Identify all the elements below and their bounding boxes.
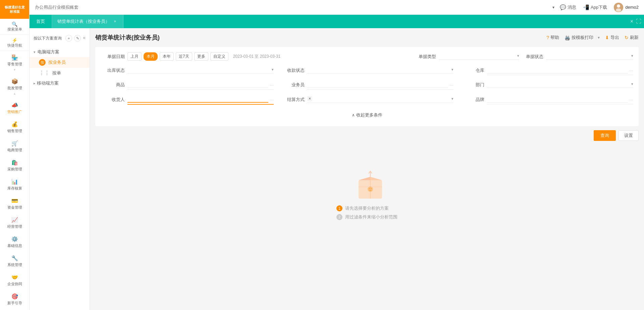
purchase-icon: 🛍️: [11, 159, 18, 166]
print-label: 按模板打印: [572, 35, 593, 41]
sidebar-item-wholesale[interactable]: 📦 批发管理 ▴: [0, 75, 29, 99]
left-panel: 按以下方案查询 + ✎ « ▾ 电脑端方案 按 按业务员 ⋮⋮ 按: [30, 28, 90, 310]
message-label: 消息: [568, 4, 576, 10]
filter-row-4: 收货人 ... 结算方式 × ▾: [101, 94, 633, 105]
tabbar: 首页 销货单统计表（按业务员） × × ⛶: [30, 15, 644, 28]
basic-icon: ⚙️: [11, 236, 18, 242]
svg-point-2: [616, 8, 621, 12]
payment-input-area: × ▾: [307, 96, 453, 103]
brand-filter: 品牌 ...: [453, 95, 633, 104]
window-close-btn[interactable]: ×: [630, 18, 633, 24]
date-custom-btn[interactable]: 自定义: [210, 52, 228, 61]
dept-select[interactable]: ▾: [487, 82, 633, 88]
doc-status-select[interactable]: ▾: [546, 54, 633, 60]
goods-dots[interactable]: ...: [270, 81, 274, 87]
tree-desktop[interactable]: ▾ 电脑端方案: [30, 47, 90, 57]
sidebar-item-finance[interactable]: 💳 资金管理: [0, 194, 29, 213]
collapse-icon: ∧: [352, 113, 355, 117]
brand-dots[interactable]: ...: [629, 96, 633, 101]
newbie-icon: 🎯: [11, 293, 18, 300]
doc-status-arrow: ▾: [631, 54, 633, 58]
tree-arrow-down: ▾: [34, 50, 36, 54]
goods-input[interactable]: [127, 80, 268, 88]
sidebar-item-retail[interactable]: 🏪 零售管理 ▾: [0, 51, 29, 75]
tab-home[interactable]: 首页: [30, 15, 52, 28]
dept-label: 部门: [460, 82, 487, 88]
payment-tag-x[interactable]: ×: [309, 96, 311, 101]
out-status-filter: 出库状态 ▾: [101, 67, 274, 73]
step1-num: 1: [336, 205, 342, 211]
sidebar-search-menu[interactable]: 🔍 搜索菜单: [0, 19, 29, 35]
sidebar-item-purchase[interactable]: 🛍️ 采购管理: [0, 156, 29, 175]
print-dropdown-arrow[interactable]: ▾: [596, 35, 600, 40]
topbar-title: 办公用品行业模拟账套: [35, 4, 547, 10]
warehouse-label: 仓库: [460, 67, 487, 73]
date-more-btn[interactable]: 更多: [194, 52, 208, 61]
sidebar-item-basic[interactable]: ⚙️ 基础信息: [0, 232, 29, 252]
date-last-month-btn[interactable]: 上月: [127, 52, 142, 61]
sidebar-item-inventory[interactable]: 📊 库存核算: [0, 175, 29, 194]
sidebar-item-sales[interactable]: 💰 销售管理: [0, 118, 29, 137]
receipt-status-select[interactable]: ▾: [307, 67, 453, 73]
warehouse-dots[interactable]: ...: [629, 67, 633, 72]
date-control: 上月 本月 本年 近7天 更多 自定义 2023-03-01 至 2023-03…: [127, 52, 412, 61]
date-this-year-btn[interactable]: 本年: [160, 52, 174, 61]
topbar-dropdown[interactable]: ▾: [552, 5, 554, 10]
sidebar-item-ecommerce[interactable]: 🛒 电商管理: [0, 137, 29, 156]
empty-illustration: [350, 165, 384, 199]
main-area: 办公用品行业模拟账套 ▾ 💬 消息 📲 App下载 demo2 首页 销: [30, 0, 644, 310]
salesperson-dots[interactable]: ...: [449, 81, 453, 87]
sidebar-nav: 🏪 零售管理 ▾ 📦 批发管理 ▴ 📣 营销推广 💰 销售管理 🛒 电商管理 🛍…: [0, 51, 29, 310]
consignee-input[interactable]: [127, 94, 268, 103]
message-action[interactable]: 💬 消息: [560, 4, 576, 10]
doc-type-select[interactable]: ▾: [439, 54, 519, 60]
user-profile[interactable]: demo2: [614, 3, 639, 12]
app-download-action[interactable]: 📲 App下载: [583, 4, 607, 10]
brand-input[interactable]: [487, 95, 628, 103]
settings-btn[interactable]: 设置: [619, 130, 639, 141]
svg-marker-4: [359, 177, 370, 180]
tree-mobile[interactable]: ▸ 移动端方案: [30, 78, 90, 88]
marketing-icon: 📣: [11, 102, 18, 108]
collapse-panel-btn[interactable]: «: [83, 35, 86, 42]
print-main-btn[interactable]: 🖨️ 按模板打印: [565, 35, 595, 41]
query-btn[interactable]: 查询: [594, 130, 616, 141]
payment-label: 结算方式: [280, 97, 307, 103]
sidebar-item-system[interactable]: 🔧 系统管理: [0, 252, 29, 271]
date-this-month-btn[interactable]: 本月: [144, 52, 158, 61]
help-action[interactable]: ? 帮助: [546, 35, 559, 41]
salesperson-input[interactable]: [307, 80, 448, 88]
add-scheme-btn[interactable]: +: [65, 35, 72, 42]
refresh-action[interactable]: ↻ 刷新: [625, 35, 639, 41]
tab-sales-stat[interactable]: 销货单统计表（按业务员） ×: [52, 15, 123, 28]
warehouse-input[interactable]: [487, 65, 628, 73]
dept-filter: 部门 ▾: [453, 82, 633, 88]
sidebar-quick-nav[interactable]: ⚡ 快捷导航: [0, 35, 29, 51]
filter-row-1: 单据日期 上月 本月 本年 近7天 更多 自定义 2023-03-01 至 20…: [101, 52, 633, 61]
sidebar: 畅捷通好生意 标准版 🔍 搜索菜单 ⚡ 快捷导航 🏪 零售管理 ▾ 📦 批发管理…: [0, 0, 30, 310]
sidebar-item-marketing[interactable]: 📣 营销推广: [0, 99, 29, 118]
sidebar-item-newbie[interactable]: 🎯 新手引导: [0, 290, 29, 309]
window-expand-btn[interactable]: ⛶: [636, 18, 641, 24]
tree-by-doc[interactable]: ⋮⋮ 按单: [30, 68, 90, 78]
edit-scheme-btn[interactable]: ✎: [74, 35, 81, 42]
sidebar-item-operations[interactable]: 📈 经营管理: [0, 213, 29, 232]
dept-arrow: ▾: [631, 82, 633, 86]
tree-by-salesperson[interactable]: 按 按业务员: [30, 57, 90, 68]
sidebar-item-corp[interactable]: 🤝 企业协同: [0, 271, 29, 290]
export-action[interactable]: ⬇ 导出: [605, 35, 619, 41]
empty-state: 1 请先选择要分析的方案 2 用过滤条件来缩小分析范围: [95, 145, 639, 240]
tabbar-right: × ⛶: [630, 18, 644, 24]
svg-point-1: [617, 4, 620, 8]
active-scheme-icon: 按: [39, 59, 46, 66]
page-title: 销货单统计表(按业务员): [95, 34, 160, 42]
app-download-label: App下载: [591, 4, 607, 10]
date-7days-btn[interactable]: 近7天: [176, 52, 192, 61]
out-status-select[interactable]: ▾: [127, 67, 274, 73]
tree-desktop-label: 电脑端方案: [38, 49, 59, 55]
print-action[interactable]: 🖨️ 按模板打印 ▾: [565, 35, 600, 41]
collapse-more-btn[interactable]: ∧ 收起更多条件: [101, 109, 633, 121]
tab-close-btn[interactable]: ×: [112, 19, 118, 24]
operations-icon: 📈: [11, 217, 18, 223]
consignee-dots[interactable]: ...: [270, 96, 274, 101]
